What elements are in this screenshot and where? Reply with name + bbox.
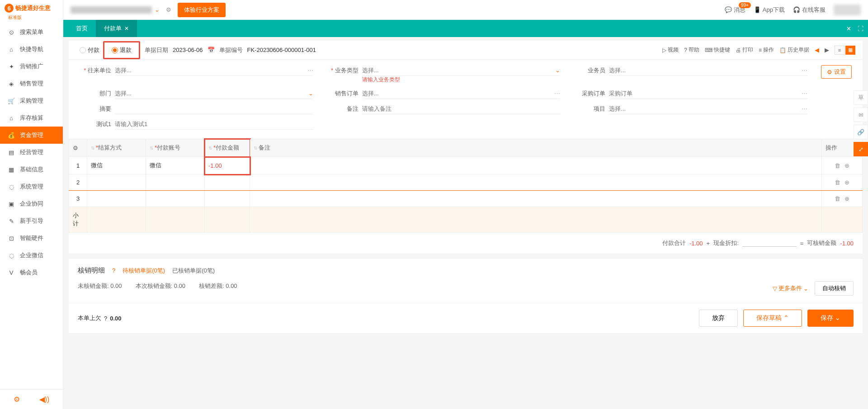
tab-付款单[interactable]: 付款单✕ bbox=[96, 20, 137, 37]
nav-item-8[interactable]: ▦基础信息 bbox=[0, 161, 63, 178]
salesperson-input[interactable]: ⋯ bbox=[609, 65, 807, 76]
fullscreen-icon[interactable]: ⛶ bbox=[858, 25, 863, 32]
col-amount[interactable]: ⇅*付款金额 bbox=[205, 139, 250, 157]
nav-item-0[interactable]: ⊙搜索菜单 bbox=[0, 24, 63, 41]
radio-refund[interactable]: 退款 bbox=[108, 44, 135, 56]
nav-icon: V bbox=[7, 268, 15, 277]
add-icon[interactable]: ⊕ bbox=[844, 179, 849, 186]
tool-快捷键[interactable]: ⌨快捷键 bbox=[705, 46, 730, 54]
salesorder-input[interactable]: ⋯ bbox=[362, 88, 561, 99]
col-settle[interactable]: ⇅*结算方式 bbox=[87, 139, 146, 157]
delete-icon[interactable]: 🗑 bbox=[835, 179, 840, 186]
tool-操作[interactable]: ≡操作 bbox=[759, 46, 774, 54]
nav-item-4[interactable]: 🛒采购管理 bbox=[0, 92, 63, 109]
add-icon[interactable]: ⊕ bbox=[844, 162, 849, 169]
tool-帮助[interactable]: ?帮助 bbox=[684, 46, 699, 54]
nav-item-5[interactable]: ⌂库存核算 bbox=[0, 109, 63, 127]
abandon-button[interactable]: 放弃 bbox=[699, 310, 738, 327]
topbar-消息[interactable]: 💬消息99+ bbox=[725, 6, 745, 14]
discount-input[interactable] bbox=[742, 240, 797, 247]
delete-icon[interactable]: 🗑 bbox=[835, 162, 840, 169]
nav-item-6[interactable]: 💰资金管理 bbox=[0, 127, 63, 144]
detail-tab-done[interactable]: 已核销单据(0笔) bbox=[172, 267, 215, 275]
nav-item-10[interactable]: ▣企业协同 bbox=[0, 195, 63, 212]
tab-首页[interactable]: 首页 bbox=[68, 20, 96, 37]
summary-input[interactable] bbox=[115, 103, 313, 114]
date-value[interactable]: 2023-06-06 bbox=[173, 47, 203, 53]
field-purchaseorder: 采购订单 ⋯ bbox=[574, 88, 807, 99]
nav-prev-icon[interactable]: ◀ bbox=[815, 47, 819, 53]
logo-icon: 6 bbox=[5, 4, 14, 13]
radio-payment[interactable]: 付款 bbox=[76, 41, 103, 59]
sidebar-footer: ⚙ ◀)) bbox=[0, 389, 63, 409]
caret-down-icon[interactable]: ⌄ bbox=[308, 90, 313, 97]
delete-icon[interactable]: 🗑 bbox=[835, 195, 840, 202]
view-card[interactable]: ▦ bbox=[845, 46, 855, 55]
gear-icon[interactable]: ⚙ bbox=[166, 6, 171, 13]
info-icon[interactable]: ? bbox=[104, 315, 107, 322]
auto-writeoff-button[interactable]: 自动核销 bbox=[815, 281, 854, 296]
more-icon[interactable]: ⋯ bbox=[307, 67, 313, 74]
nav-item-1[interactable]: ⌂快捷导航 bbox=[0, 41, 63, 58]
rail-expand-icon[interactable]: ⤢ bbox=[854, 142, 868, 156]
project-input[interactable]: ⋯ bbox=[609, 103, 807, 114]
save-button[interactable]: 保存 ⌄ bbox=[807, 310, 854, 327]
topbar-在线客服[interactable]: 🎧在线客服 bbox=[793, 6, 826, 14]
add-icon[interactable]: ⊕ bbox=[844, 195, 849, 202]
purchaseorder-input[interactable]: ⋯ bbox=[609, 88, 807, 99]
close-icon[interactable]: ✕ bbox=[124, 25, 129, 32]
table-row[interactable]: 2 🗑 ⊕ bbox=[69, 174, 863, 191]
dept-input[interactable]: ⌄ bbox=[115, 88, 313, 99]
col-remark[interactable]: ⇅备注 bbox=[250, 139, 822, 157]
table-row[interactable]: 3 🗑 ⊕ bbox=[69, 191, 863, 207]
nav-icon: ◌ bbox=[7, 183, 15, 191]
save-draft-button[interactable]: 保存草稿 ⌃ bbox=[743, 310, 802, 327]
nav-item-14[interactable]: V畅会员 bbox=[0, 264, 63, 281]
nav-item-3[interactable]: ◈销售管理 bbox=[0, 75, 63, 92]
tab-close-all-icon[interactable]: ✕ bbox=[846, 25, 851, 32]
table-row[interactable]: 1 微信 微信 -1.00 🗑 ⊕ bbox=[69, 157, 863, 174]
nav-item-2[interactable]: ✦营销推广 bbox=[0, 58, 63, 75]
rail-inbox-icon[interactable]: ✉ bbox=[854, 108, 868, 122]
nav-item-7[interactable]: ▤经营管理 bbox=[0, 144, 63, 161]
biztype-input[interactable]: ⌄ bbox=[362, 65, 561, 76]
nav-item-11[interactable]: ✎新手引导 bbox=[0, 212, 63, 230]
more-icon[interactable]: ⋯ bbox=[802, 105, 807, 112]
user-avatar[interactable] bbox=[834, 5, 861, 15]
nav-item-9[interactable]: ◌系统管理 bbox=[0, 178, 63, 195]
sidebar: 6 畅捷通好生意 标准版 ⊙搜索菜单⌂快捷导航✦营销推广◈销售管理🛒采购管理⌂库… bbox=[0, 0, 63, 409]
nav-next-icon[interactable]: ▶ bbox=[825, 47, 829, 53]
more-filters[interactable]: ▽ 更多条件 ⌄ bbox=[773, 284, 808, 292]
collapse-icon[interactable]: ◀)) bbox=[39, 395, 50, 404]
settings-icon[interactable]: ⚙ bbox=[14, 395, 20, 404]
nav-icon: ⊙ bbox=[7, 28, 15, 36]
rail-draft-icon[interactable]: 草 bbox=[854, 90, 868, 105]
tool-视频[interactable]: ▷视频 bbox=[662, 46, 679, 54]
correspondent-input[interactable]: ⋯ bbox=[115, 65, 313, 76]
nav-item-12[interactable]: ⊡智能硬件 bbox=[0, 230, 63, 247]
topbar-App下载[interactable]: 📱App下载 bbox=[754, 6, 785, 14]
caret-down-icon[interactable]: ⌄ bbox=[555, 67, 560, 74]
col-account[interactable]: ⇅*付款账号 bbox=[146, 139, 205, 157]
org-dropdown[interactable]: ⌄ bbox=[71, 6, 160, 14]
tool-打印[interactable]: 🖨打印 bbox=[736, 46, 753, 54]
settings-button[interactable]: ⚙ 设置 bbox=[821, 65, 852, 79]
date-label: 单据日期 bbox=[145, 46, 168, 54]
detail-tab-pending[interactable]: 待核销单据(0笔) bbox=[123, 267, 165, 275]
view-list[interactable]: ≡ bbox=[835, 46, 844, 55]
test1-input[interactable] bbox=[115, 119, 313, 130]
net-label: 可核销金额 bbox=[807, 239, 836, 247]
tool-历史单据[interactable]: 📋历史单据 bbox=[779, 46, 809, 54]
info-icon[interactable]: ? bbox=[112, 267, 115, 274]
more-icon[interactable]: ⋯ bbox=[802, 90, 807, 97]
col-gear[interactable]: ⚙ bbox=[69, 139, 87, 157]
field-correspondent: 往来单位 ⋯ bbox=[80, 65, 313, 76]
nav-item-13[interactable]: ◌企业微信 bbox=[0, 247, 63, 264]
more-icon[interactable]: ⋯ bbox=[802, 67, 807, 74]
remark-input[interactable] bbox=[362, 103, 561, 114]
calendar-icon[interactable]: 📅 bbox=[208, 47, 215, 53]
rail-link-icon[interactable]: 🔗 bbox=[854, 125, 868, 139]
doc-no-label: 单据编号 bbox=[219, 46, 243, 54]
experience-button[interactable]: 体验行业方案 bbox=[178, 3, 226, 17]
more-icon[interactable]: ⋯ bbox=[554, 90, 560, 97]
